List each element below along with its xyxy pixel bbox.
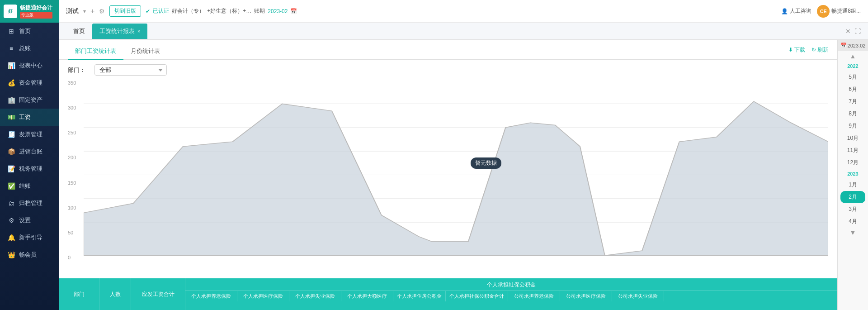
rp-nav-up[interactable]: ▲ <box>838 51 868 61</box>
tab-salary-report[interactable]: 工资统计报表 × <box>92 24 147 39</box>
member-icon: 👑 <box>7 251 15 258</box>
rp-month-10[interactable]: 10月 <box>838 132 868 144</box>
chart-svg: 暂无数据 <box>84 80 828 260</box>
calendar-small-icon: 📅 <box>840 43 847 48</box>
status-verified: 已认证 <box>153 7 169 15</box>
th-personal-housing: 个人承担住房公积金 <box>393 291 446 301</box>
subtab-dept[interactable]: 部门工资统计表 <box>68 44 123 60</box>
topbar: 测试 ▾ + ⚙ 切到旧版 ✔ 已认证 好会计（专） +好生意（标）+… 账期 … <box>59 0 868 23</box>
download-icon: ⬇ <box>788 47 793 53</box>
status-type: 好会计（专） <box>172 7 204 15</box>
tab-maximize-icon[interactable]: ⛶ <box>854 28 861 35</box>
topbar-status: ✔ 已认证 好会计（专） +好生意（标）+… 账期 2023-02 📅 <box>146 7 297 15</box>
main-area: 测试 ▾ + ⚙ 切到旧版 ✔ 已认证 好会计（专） +好生意（标）+… 账期 … <box>59 0 868 310</box>
sidebar-item-salary[interactable]: 💵 工资 <box>0 109 59 126</box>
sidebar-item-ledger[interactable]: ≡ 总账 <box>0 40 59 57</box>
rp-month-2-active[interactable]: 2月 <box>840 191 865 203</box>
sidebar-item-assets[interactable]: 🏢 固定资产 <box>0 91 59 109</box>
toolbar: 部门： 全部 研发部 销售部 财务部 人事部 <box>59 60 837 80</box>
sidebar-item-funds[interactable]: 💰 资金管理 <box>0 74 59 91</box>
th-group-cols: 个人承担养老保险 个人承担医疗保险 个人承担失业保险 个人承担大额医疗 <box>185 291 837 301</box>
rp-month-12[interactable]: 12月 <box>838 157 868 169</box>
rp-date-header: 📅 2023.02 <box>838 40 868 51</box>
rp-year-2022: 2022 <box>838 61 868 71</box>
tabbar: 首页 工资统计报表 × ✕ ⛶ <box>59 23 868 40</box>
rp-month-7[interactable]: 7月 <box>838 95 868 108</box>
project-title: 测试 <box>66 7 79 15</box>
ledger-icon: ≡ <box>7 45 15 52</box>
rp-month-9[interactable]: 9月 <box>838 120 868 132</box>
logo-text: 畅捷通好会计 专业版 <box>20 4 52 19</box>
guide-icon: 🔔 <box>7 234 15 241</box>
sidebar-logo: 好 畅捷通好会计 专业版 <box>0 0 59 23</box>
status-mode: +好生意（标）+… <box>207 7 251 15</box>
rp-month-3[interactable]: 3月 <box>838 203 868 215</box>
verified-icon: ✔ <box>146 8 150 14</box>
tab-close-window-icon[interactable]: ✕ <box>845 28 851 35</box>
tax-icon: 📝 <box>7 165 15 172</box>
home-icon: ⊞ <box>7 28 15 35</box>
dept-label: 部门： <box>68 66 85 74</box>
th-total-salary: 应发工资合计 <box>131 278 185 310</box>
th-personal-large-medical: 个人承担大额医疗 <box>341 291 393 301</box>
calendar-icon[interactable]: 📅 <box>290 8 297 14</box>
sidebar-item-archive[interactable]: 🗂 归档管理 <box>0 195 59 212</box>
tab-close-icon[interactable]: × <box>137 29 140 34</box>
rp-month-11[interactable]: 11月 <box>838 144 868 157</box>
sidebar-item-sales[interactable]: 📦 进销台账 <box>0 143 59 160</box>
user-menu[interactable]: CE 畅捷通8组... <box>817 5 861 18</box>
refresh-btn[interactable]: ↻ 刷新 <box>811 46 828 54</box>
topbar-right: 👤 人工咨询 CE 畅捷通8组... <box>781 5 861 18</box>
rp-nav-down[interactable]: ▼ <box>838 228 868 238</box>
dept-select[interactable]: 全部 研发部 销售部 财务部 人事部 <box>94 64 167 76</box>
tab-home[interactable]: 首页 <box>66 24 92 39</box>
content-area: 部门工资统计表 月份统计表 ⬇ 下载 ↻ 刷新 <box>59 40 868 310</box>
rp-year-2023: 2023 <box>838 169 868 179</box>
settings-icon: ⚙ <box>7 217 15 224</box>
subtabs: 部门工资统计表 月份统计表 ⬇ 下载 ↻ 刷新 <box>59 40 837 60</box>
sidebar-item-tax[interactable]: 📝 税务管理 <box>0 160 59 177</box>
sidebar-item-settle[interactable]: ✅ 结账 <box>0 177 59 195</box>
project-dropdown-icon[interactable]: ▾ <box>83 8 86 14</box>
funds-icon: 💰 <box>7 79 15 86</box>
salary-icon: 💵 <box>7 114 15 121</box>
refresh-icon: ↻ <box>811 47 816 53</box>
th-headcount: 人数 <box>99 278 131 310</box>
y-axis-labels: 0 50 100 150 200 250 300 350 <box>68 80 81 260</box>
chart-container: 0 50 100 150 200 250 300 350 <box>68 80 828 274</box>
content-main: 部门工资统计表 月份统计表 ⬇ 下载 ↻ 刷新 <box>59 40 837 310</box>
switch-to-old-btn[interactable]: 切到旧版 <box>109 5 141 17</box>
assets-icon: 🏢 <box>7 96 15 104</box>
th-personal-medical: 个人承担医疗保险 <box>237 291 289 301</box>
th-group-label: 个人承担社保公积金 <box>185 278 837 291</box>
area-chart-svg <box>84 80 828 260</box>
invoice-icon: 🧾 <box>7 131 15 138</box>
sidebar-item-member[interactable]: 👑 畅会员 <box>0 246 59 263</box>
logo-icon: 好 <box>4 5 17 18</box>
download-btn[interactable]: ⬇ 下载 <box>788 46 805 54</box>
period-label: 账期 <box>254 7 265 15</box>
table-wrap: 部门 人数 应发工资合计 个人承担社保公积金 个人承担养老保险 <box>59 278 837 310</box>
user-avatar: CE <box>817 5 830 18</box>
topbar-settings-icon[interactable]: ⚙ <box>99 8 105 15</box>
rp-month-4[interactable]: 4月 <box>838 215 868 228</box>
user-service-btn[interactable]: 👤 人工咨询 <box>781 7 811 15</box>
th-company-unemployment: 公司承担失业保险 <box>612 291 664 301</box>
service-icon: 👤 <box>781 8 788 14</box>
sidebar-item-guide[interactable]: 🔔 新手引导 <box>0 229 59 246</box>
subtab-monthly[interactable]: 月份统计表 <box>123 44 167 60</box>
sidebar: 好 畅捷通好会计 专业版 ⊞ 首页 ≡ 总账 📊 报表中心 💰 资金管理 🏢 固… <box>0 0 59 310</box>
rp-month-1[interactable]: 1月 <box>838 179 868 191</box>
rp-month-5[interactable]: 5月 <box>838 71 868 83</box>
sidebar-item-invoice[interactable]: 🧾 发票管理 <box>0 126 59 143</box>
sidebar-item-home[interactable]: ⊞ 首页 <box>0 23 59 40</box>
settle-icon: ✅ <box>7 182 15 190</box>
reports-icon: 📊 <box>7 62 15 69</box>
rp-month-6[interactable]: 6月 <box>838 83 868 95</box>
th-personal-unemployment: 个人承担失业保险 <box>289 291 341 301</box>
topbar-add-icon[interactable]: + <box>90 7 94 15</box>
rp-month-8[interactable]: 8月 <box>838 108 868 120</box>
sidebar-item-settings[interactable]: ⚙ 设置 <box>0 212 59 229</box>
sidebar-item-reports[interactable]: 📊 报表中心 <box>0 57 59 74</box>
th-company-medical: 公司承担医疗保险 <box>560 291 612 301</box>
